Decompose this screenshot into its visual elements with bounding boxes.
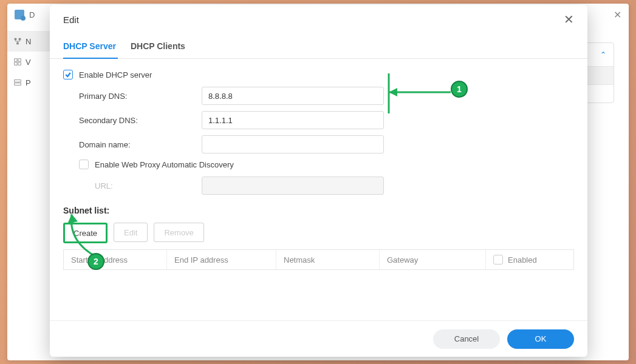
enable-wpad-label: Enable Web Proxy Automatic Discovery xyxy=(95,160,234,169)
svg-rect-8 xyxy=(15,83,21,86)
network-icon xyxy=(13,37,22,46)
enable-dhcp-row: Enable DHCP server xyxy=(63,70,574,79)
primary-dns-label: Primary DNS: xyxy=(79,92,202,101)
svg-rect-1 xyxy=(19,38,21,41)
dialog-footer: Cancel OK xyxy=(50,320,587,357)
enable-wpad-row: Enable Web Proxy Automatic Discovery xyxy=(63,160,574,169)
create-button[interactable]: Create xyxy=(63,223,108,243)
col-enabled-label: Enabled xyxy=(508,255,537,265)
tab-bar: DHCP Server DHCP Clients xyxy=(50,34,587,59)
annotation-badge-2: 2 xyxy=(87,253,104,270)
url-label: URL: xyxy=(95,181,202,190)
svg-rect-0 xyxy=(15,38,17,41)
svg-rect-2 xyxy=(16,42,19,45)
primary-dns-input[interactable] xyxy=(202,87,384,105)
domain-name-input[interactable] xyxy=(202,135,384,153)
subnet-buttons: Create Edit Remove xyxy=(63,223,574,243)
bg-sidebar: N V P xyxy=(7,31,53,93)
tab-dhcp-clients[interactable]: DHCP Clients xyxy=(131,34,185,58)
url-row: URL: xyxy=(63,177,574,195)
sidebar-item-2[interactable]: P xyxy=(7,72,53,93)
col-gateway[interactable]: Gateway xyxy=(380,250,486,269)
subnet-table-header: Start IP address End IP address Netmask … xyxy=(63,249,574,270)
primary-dns-row: Primary DNS: xyxy=(63,87,574,105)
chevron-up-icon: ⌃ xyxy=(600,50,606,59)
check-icon xyxy=(64,71,72,78)
server-icon xyxy=(13,78,22,87)
secondary-dns-input[interactable] xyxy=(202,111,384,129)
enable-dhcp-checkbox[interactable] xyxy=(63,70,73,79)
sidebar-label-0: N xyxy=(26,37,31,46)
domain-name-label: Domain name: xyxy=(79,140,202,149)
sidebar-label-2: P xyxy=(26,78,31,87)
enabled-header-checkbox[interactable] xyxy=(493,255,503,265)
secondary-dns-label: Secondary DNS: xyxy=(79,116,202,125)
dialog-header: Edit ✕ xyxy=(50,5,587,34)
sidebar-item-1[interactable]: V xyxy=(7,52,53,72)
svg-rect-4 xyxy=(18,59,21,61)
url-input xyxy=(202,177,384,195)
grid-icon xyxy=(13,58,22,66)
svg-rect-3 xyxy=(15,59,17,61)
dialog-body: Enable DHCP server Primary DNS: Secondar… xyxy=(50,59,587,320)
cancel-button[interactable]: Cancel xyxy=(433,329,500,349)
app-icon xyxy=(15,10,24,19)
secondary-dns-row: Secondary DNS: xyxy=(63,111,574,129)
sidebar-item-0[interactable]: N xyxy=(7,31,53,52)
edit-dialog: Edit ✕ DHCP Server DHCP Clients Enable D… xyxy=(50,5,587,357)
tab-dhcp-server[interactable]: DHCP Server xyxy=(63,34,116,58)
col-start-ip[interactable]: Start IP address xyxy=(64,250,167,269)
ok-button[interactable]: OK xyxy=(507,329,574,349)
sidebar-label-1: V xyxy=(26,58,31,67)
svg-rect-6 xyxy=(18,62,21,65)
close-icon[interactable]: ✕ xyxy=(564,12,574,27)
domain-name-row: Domain name: xyxy=(63,135,574,153)
bg-close-icon[interactable]: ✕ xyxy=(614,9,621,21)
col-enabled[interactable]: Enabled xyxy=(486,250,573,269)
dialog-title: Edit xyxy=(63,15,79,25)
svg-rect-5 xyxy=(15,62,17,65)
enable-dhcp-label: Enable DHCP server xyxy=(79,70,152,79)
svg-rect-7 xyxy=(15,80,21,83)
bg-title: D xyxy=(29,10,35,19)
annotation-badge-1: 1 xyxy=(451,81,468,98)
col-netmask[interactable]: Netmask xyxy=(276,250,380,269)
subnet-list-label: Subnet list: xyxy=(63,206,574,215)
remove-button: Remove xyxy=(154,223,203,242)
edit-button: Edit xyxy=(114,223,148,242)
enable-wpad-checkbox[interactable] xyxy=(79,160,89,169)
col-end-ip[interactable]: End IP address xyxy=(167,250,276,269)
